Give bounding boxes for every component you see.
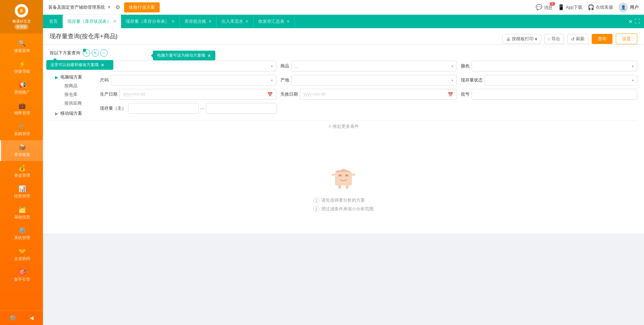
tab-inventory-distribution[interactable]: 现存量（库存分布表） ✕ (121, 15, 180, 28)
warehouse-select[interactable]: ... ▾ (111, 61, 276, 71)
sidebar-item-basic[interactable]: 🗂️ 基础信息 (0, 203, 43, 223)
search-nav-icon: 🔍 (18, 40, 26, 47)
scheme-item-by-warehouse[interactable]: 按仓库 (62, 90, 93, 99)
sidebar-item-sales[interactable]: 💼 销售管理 (0, 99, 43, 119)
tab-home[interactable]: 首页 (44, 15, 63, 28)
sidebar-item-operations[interactable]: 📊 经营管理 (0, 182, 43, 203)
phone-icon: 📱 (558, 4, 565, 10)
online-service-action[interactable]: 🎧 在线客服 (588, 4, 613, 10)
logo-text: 畅通好生意 (12, 19, 31, 23)
filter-field-origin: 产地 ▾ (280, 75, 457, 86)
print-btn[interactable]: 🖨 按模板打印 ▾ (502, 34, 541, 44)
sidebar-item-search[interactable]: 🔍 搜索菜单 (0, 36, 43, 57)
product-select[interactable]: ... ▾ (291, 61, 457, 71)
sidebar-item-finance[interactable]: 💰 资金管理 (0, 161, 43, 182)
expiry-input[interactable]: yyyy-mm-dd 📅 (300, 89, 457, 100)
page-title: 现存量查询(按仓库+商品) (50, 32, 118, 40)
tab-inventory-status[interactable]: 现存量（库存状况表） ✕ (63, 15, 121, 28)
sidebar-nav: 🔍 搜索菜单 ⚡ 快捷导航 📢 营销推广 💼 销售管理 🛒 采购管理 📦 库存核… (0, 34, 43, 310)
print-icon: 🖨 (506, 37, 511, 42)
sidebar-item-inventory[interactable]: 📦 库存核算 (0, 140, 43, 161)
collapse-sidebar-btn[interactable]: ◀ (30, 315, 34, 321)
scheme-item-by-supplier[interactable]: 按供应商 (62, 99, 93, 108)
scheme-list: ▶ 电脑端方案 按商品 按仓库 按供应商 (50, 73, 93, 118)
collapse-bar[interactable]: ∧ 收起更多条件 (50, 120, 637, 132)
calendar-icon-expiry: 📅 (448, 92, 453, 97)
chevron-up-icon: ∧ (328, 124, 332, 129)
tab-close-summary[interactable]: ✕ (286, 19, 290, 24)
search-btn[interactable]: 查询 (592, 34, 612, 44)
filter-field-expiry: 失效日期 yyyy-mm-dd 📅 (280, 89, 457, 100)
chevron-down-icon: ▶ (55, 75, 58, 80)
svg-rect-2 (335, 172, 352, 185)
scheme-item-by-goods[interactable]: 按商品 (62, 82, 93, 90)
export-btn[interactable]: ↑ 导出 (544, 34, 564, 44)
svg-rect-5 (338, 185, 341, 189)
operations-icon: 📊 (18, 185, 26, 193)
sidebar-item-guide[interactable]: 🎯 新手引导 (0, 265, 43, 286)
sidebar-item-quicknav[interactable]: ⚡ 快捷导航 (0, 57, 43, 78)
scheme-group-mobile-header[interactable]: ▶ 移动端方案 (55, 109, 93, 118)
tab-close-batch[interactable]: ✕ (208, 19, 212, 24)
svg-rect-8 (352, 174, 355, 176)
tab-close-inventory-status[interactable]: ✕ (113, 19, 116, 24)
tab-summary[interactable]: 收发存汇总表 ✕ (254, 15, 295, 28)
inv-status-select[interactable]: ▾ (485, 75, 637, 86)
scheme-group-desktop-header[interactable]: ▶ 电脑端方案 (55, 73, 93, 82)
top-header: 装备及固定资产辅助管理系统 ▼ ⚙ 体验行业方案 💬 消息 9 📱 App下载 … (43, 0, 644, 15)
popover-scheme-tip: 电脑方案可设为移动方案哦 ✕ (153, 51, 215, 60)
guide-icon: 🎯 (18, 268, 26, 276)
reset-btn[interactable]: 设置 (616, 34, 637, 44)
user-avatar[interactable]: 👤 用户 (619, 3, 639, 12)
tab-close-inout[interactable]: ✕ (245, 19, 249, 24)
sidebar-item-enterprise[interactable]: 🤝 企业协同 (0, 244, 43, 265)
filter-fields: 仓库 ... ▾ 商品 ... ▾ (100, 61, 637, 119)
system-title-dropdown[interactable]: ▼ (107, 5, 111, 10)
sidebar: 6 畅通好生意 标准版 🔍 搜索菜单 ⚡ 快捷导航 📢 营销推广 💼 销售管理 … (0, 0, 43, 325)
system-settings-btn[interactable]: ⚙ (115, 4, 120, 10)
print-dropdown-icon: ▾ (535, 37, 537, 42)
tab-bar-actions: ✕ ⛶ (628, 18, 643, 25)
popover-create-tip: 这里可以创建和修改方案哦 ✕ (46, 60, 113, 70)
filter-field-warehouse: 仓库 ... ▾ (100, 61, 276, 71)
scheme-group-mobile: ▶ 移动端方案 (55, 109, 93, 118)
filter-area: 按以下方案查询 + ✎ ← 电脑方案可设为移动方案哦 ✕ (43, 45, 644, 137)
refresh-btn[interactable]: ↺ 刷新 (567, 34, 588, 44)
filter-field-proddate: 生产日期 yyyy-mm-dd 📅 (100, 89, 276, 100)
empty-tip-2: 2 用过滤条件来缩小分析范围 (313, 205, 374, 213)
settings-bottom-btn[interactable]: ⚙️ (9, 315, 16, 321)
svg-rect-6 (346, 185, 348, 189)
tab-fullscreen-btn[interactable]: ⛶ (635, 18, 640, 24)
color-select[interactable]: ▾ (472, 61, 637, 71)
export-icon: ↑ (548, 37, 550, 42)
experience-industry-btn[interactable]: 体验行业方案 (124, 2, 160, 12)
main-area: 装备及固定资产辅助管理系统 ▼ ⚙ 体验行业方案 💬 消息 9 📱 App下载 … (43, 0, 644, 325)
empty-tip-1: 1 请先选择要分析的方案 (313, 196, 374, 205)
popover-scheme-close[interactable]: ✕ (207, 53, 211, 58)
app-download-action[interactable]: 📱 App下载 (558, 4, 582, 10)
arrow-scheme-btn[interactable]: ← (100, 49, 108, 57)
tab-close-inventory-dist[interactable]: ✕ (171, 19, 175, 24)
proddate-input[interactable]: yyyy-mm-dd 📅 (119, 89, 276, 100)
tab-inout-flow[interactable]: 出入库流水 ✕ (217, 15, 254, 28)
size-select[interactable]: ▾ (111, 75, 276, 86)
tab-inventory-batch[interactable]: 库存批次账 ✕ (180, 15, 217, 28)
filter-field-product: 商品 ... ▾ (280, 61, 457, 71)
origin-select[interactable]: ▾ (291, 75, 457, 86)
svg-rect-7 (332, 174, 335, 176)
edit-scheme-btn[interactable]: ✎ (92, 49, 99, 57)
qty-main-to[interactable] (206, 103, 277, 114)
sidebar-item-system[interactable]: ⚙️ 系统管理 (0, 223, 43, 244)
tab-close-all-btn[interactable]: ✕ (628, 18, 633, 25)
logo-badge: 标准版 (14, 24, 29, 30)
sidebar-item-purchase[interactable]: 🛒 采购管理 (0, 119, 43, 140)
batch-input[interactable] (472, 89, 637, 100)
qty-main-from[interactable] (128, 103, 199, 114)
scheme-list-area: 这里可以创建和修改方案哦 ✕ ▶ 电脑端方案 按商品 按仓库 (50, 61, 93, 119)
message-badge: 9 (550, 2, 555, 6)
popover-create-close[interactable]: ✕ (101, 62, 105, 68)
message-action[interactable]: 💬 消息 9 (536, 4, 552, 11)
logo-area[interactable]: 6 畅通好生意 标准版 (0, 0, 43, 34)
sidebar-item-marketing[interactable]: 📢 营销推广 (0, 78, 43, 99)
marketing-icon: 📢 (18, 81, 26, 89)
